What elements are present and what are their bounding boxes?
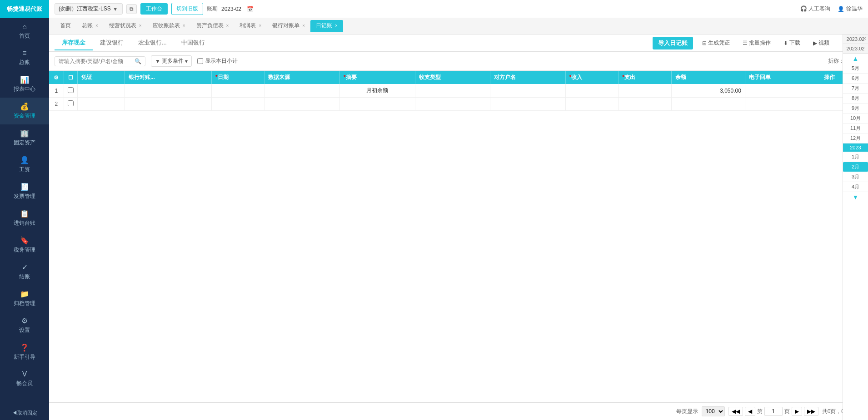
month-may[interactable]: 5月 — [843, 64, 868, 74]
month-jan[interactable]: 1月 — [843, 152, 868, 162]
row-check[interactable] — [64, 84, 77, 98]
tax-icon: 🔖 — [20, 236, 29, 245]
sub-tab-ccb[interactable]: 建设银行 — [93, 36, 131, 50]
th-date: *日期 — [212, 71, 264, 84]
row-checkbox[interactable] — [68, 100, 74, 106]
th-settings[interactable]: ⚙ — [49, 71, 64, 84]
close-icon[interactable]: × — [335, 23, 338, 28]
close-icon[interactable]: × — [95, 23, 98, 28]
tab-home[interactable]: 首页 — [55, 20, 76, 32]
tab-receivables[interactable]: 应收账款表 × — [147, 20, 191, 32]
workbench-button[interactable]: 工作台 — [140, 3, 168, 15]
action-buttons: 导入日记账 ⊟ 生成凭证 ☰ 批量操作 ⬇ 下载 ▶ 视频 — [653, 37, 863, 49]
calendar-icon[interactable]: 📅 — [247, 6, 254, 12]
row-number: 2 — [49, 98, 64, 111]
support-link[interactable]: 🎧 人工客询 — [800, 5, 830, 13]
year-2023-label[interactable]: 2023 — [843, 143, 868, 152]
show-daily-checkbox[interactable] — [197, 58, 203, 64]
close-icon[interactable]: × — [259, 23, 261, 28]
sub-tab-cash[interactable]: 库存现金 — [55, 36, 93, 50]
sidebar-item-label: 畅会员 — [16, 380, 33, 387]
sidebar-item-settings[interactable]: ⚙ 设置 — [0, 312, 49, 339]
date-panel-close-button[interactable]: × — [863, 35, 866, 42]
close-icon[interactable]: × — [226, 23, 229, 28]
download-icon: ⬇ — [783, 40, 788, 46]
company-selector[interactable]: (勿删）江西税宝-LSS ▼ — [55, 3, 123, 15]
search-input[interactable] — [59, 58, 133, 64]
per-page-select[interactable]: 100 — [702, 406, 725, 416]
month-dec[interactable]: 12月 — [843, 133, 868, 143]
month-sep[interactable]: 9月 — [843, 104, 868, 114]
close-icon[interactable]: × — [183, 23, 185, 28]
sidebar-item-member[interactable]: V 畅会员 — [0, 366, 49, 392]
import-journal-button[interactable]: 导入日记账 — [653, 37, 693, 49]
month-jul[interactable]: 7月 — [843, 84, 868, 94]
row-check[interactable] — [64, 98, 77, 111]
per-page-label: 每页显示 — [676, 408, 698, 415]
sidebar-item-guide[interactable]: ❓ 新手引导 — [0, 339, 49, 366]
switch-version-button[interactable]: 切到旧版 — [171, 3, 203, 15]
unpin-button[interactable]: ◀取消固定 — [0, 406, 49, 420]
row-checkbox[interactable] — [68, 87, 74, 93]
video-button[interactable]: ▶ 视频 — [809, 37, 833, 49]
month-feb[interactable]: 2月 — [843, 162, 868, 172]
row-expense — [619, 98, 671, 111]
first-page-button[interactable]: ◀◀ — [728, 407, 743, 416]
tab-operations[interactable]: 经营状况表 × — [104, 20, 147, 32]
batch-icon: ☰ — [743, 40, 748, 46]
filter-button[interactable]: ▼ 更多条件 ▾ — [151, 55, 192, 67]
month-nov[interactable]: 11月 — [843, 124, 868, 133]
sub-tab-abc[interactable]: 农业银行... — [131, 36, 174, 50]
month-mar[interactable]: 3月 — [843, 172, 868, 182]
sidebar-item-invoice[interactable]: 🧾 发票管理 — [0, 178, 49, 205]
tab-bank[interactable]: 银行对账单 × — [267, 20, 310, 32]
scroll-down-icon[interactable]: ▼ — [843, 192, 868, 202]
prev-page-button[interactable]: ◀ — [745, 407, 755, 416]
page-input[interactable] — [764, 407, 783, 416]
tab-journal[interactable]: 日记账 × — [310, 20, 343, 32]
close-icon[interactable]: × — [139, 23, 142, 28]
row-number: 1 — [49, 84, 64, 98]
sub-tab-boc[interactable]: 中国银行 — [174, 36, 212, 50]
scroll-up-icon[interactable]: ▲ — [843, 54, 868, 64]
download-button[interactable]: ⬇ 下载 — [780, 37, 804, 49]
last-page-button[interactable]: ▶▶ — [804, 407, 818, 416]
generate-voucher-button[interactable]: ⊟ 生成凭证 — [698, 37, 733, 49]
close-icon[interactable]: × — [302, 23, 305, 28]
tab-profit[interactable]: 利润表 × — [234, 20, 267, 32]
sidebar-item-archive[interactable]: 📁 归档管理 — [0, 285, 49, 312]
header-right: 🎧 人工客询 👤 徐温华 — [800, 5, 863, 13]
next-page-button[interactable]: ▶ — [792, 407, 802, 416]
tab-ledger[interactable]: 总账 × — [76, 20, 104, 32]
copy-icon[interactable]: ⧉ — [126, 4, 137, 14]
period-value: 2023-02 — [221, 6, 241, 12]
show-daily-checkbox-label[interactable]: 显示本日小计 — [197, 57, 238, 65]
month-apr[interactable]: 4月 — [843, 182, 868, 192]
sidebar-item-reports[interactable]: 📊 报表中心 — [0, 71, 49, 98]
salary-icon: 👤 — [20, 156, 29, 164]
sidebar-item-label: 设置 — [19, 326, 30, 334]
home-icon: ⌂ — [22, 23, 27, 31]
month-jun[interactable]: 6月 — [843, 74, 868, 84]
sidebar-item-sales[interactable]: 📋 进销台账 — [0, 205, 49, 232]
month-aug[interactable]: 8月 — [843, 94, 868, 104]
row-data-source — [264, 84, 340, 98]
sidebar-item-salary[interactable]: 👤 工资 — [0, 151, 49, 178]
row-income-type — [415, 98, 490, 111]
sidebar-item-tax[interactable]: 🔖 税务管理 — [0, 232, 49, 258]
month-oct[interactable]: 10月 — [843, 114, 868, 124]
sidebar-item-assets[interactable]: 🏢 固定资产 — [0, 124, 49, 151]
th-check[interactable]: ☐ — [64, 71, 77, 84]
sales-icon: 📋 — [20, 209, 29, 218]
sidebar-item-funds[interactable]: 💰 资金管理 — [0, 98, 49, 124]
batch-operation-button[interactable]: ☰ 批量操作 — [739, 37, 774, 49]
sidebar-item-ledger[interactable]: ≡ 总账 — [0, 44, 49, 71]
sidebar-item-label: 报表中心 — [14, 85, 35, 93]
row-summary — [340, 98, 415, 111]
sidebar-item-home[interactable]: ⌂ 首页 — [0, 18, 49, 44]
user-menu[interactable]: 👤 徐温华 — [838, 5, 863, 13]
tab-assets-liab[interactable]: 资产负债表 × — [191, 20, 234, 32]
search-box[interactable]: 🔍 — [55, 56, 145, 66]
sidebar-item-closing[interactable]: ✓ 结账 — [0, 258, 49, 285]
dropdown-arrow-icon: ▼ — [113, 6, 118, 12]
